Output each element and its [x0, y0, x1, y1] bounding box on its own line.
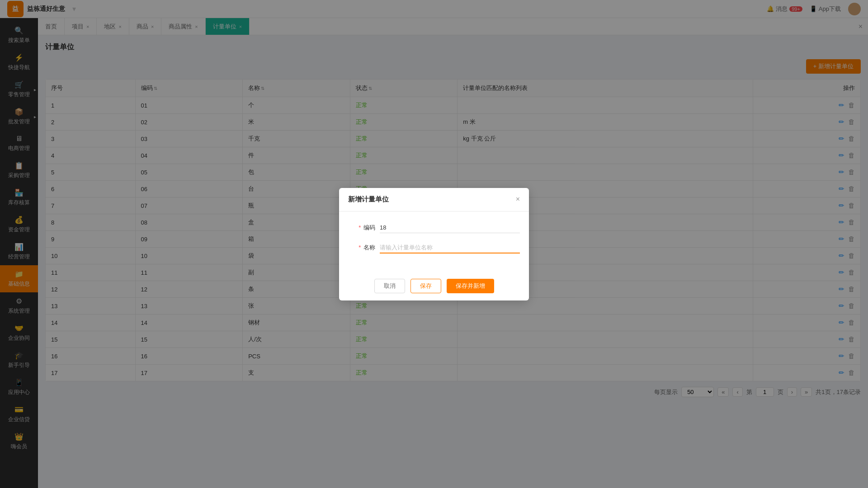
modal-header: 新增计量单位 ×	[339, 188, 529, 211]
form-name-label: * 名称	[348, 244, 375, 252]
form-code-input[interactable]	[380, 222, 520, 233]
save-and-new-button[interactable]: 保存并新增	[447, 279, 494, 293]
form-name-input[interactable]	[380, 242, 520, 253]
form-code-label: * 编码	[348, 224, 375, 232]
form-row-code: * 编码	[348, 222, 520, 233]
modal-title: 新增计量单位	[348, 195, 389, 204]
modal-body: * 编码 * 名称	[339, 211, 529, 273]
modal-dialog: 新增计量单位 × * 编码 * 名称 取消 保存 保存并新增	[339, 188, 529, 300]
modal-overlay: 新增计量单位 × * 编码 * 名称 取消 保存 保存并新增	[0, 0, 868, 488]
modal-close-btn[interactable]: ×	[516, 195, 520, 203]
cancel-button[interactable]: 取消	[374, 279, 405, 293]
modal-footer: 取消 保存 保存并新增	[339, 273, 529, 300]
save-button[interactable]: 保存	[410, 279, 441, 293]
required-mark-code: *	[359, 224, 361, 231]
required-mark-name: *	[359, 244, 361, 251]
form-row-name: * 名称	[348, 242, 520, 253]
